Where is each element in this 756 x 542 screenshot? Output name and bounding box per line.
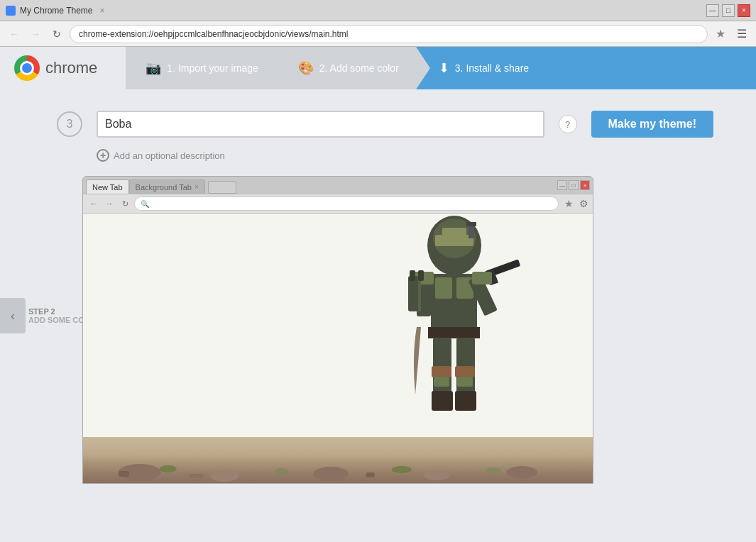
- browser-window: My Chrome Theme × — □ × ← → ↻ chrome-ext…: [0, 0, 756, 542]
- step3-header-row: 3 ? Make my theme!: [57, 111, 713, 138]
- svg-rect-27: [457, 377, 473, 387]
- title-bar: My Chrome Theme × — □ ×: [0, 0, 756, 21]
- menu-btn[interactable]: ☰: [733, 26, 750, 43]
- chevron-left-icon: ‹: [11, 309, 15, 323]
- bookmark-btn[interactable]: ★: [712, 26, 729, 43]
- back-btn[interactable]: ←: [6, 26, 23, 43]
- help-btn[interactable]: ?: [559, 115, 577, 133]
- steps-bar: chrome 📷 1. Import your image 🎨 2. Add s…: [0, 47, 756, 89]
- preview-bookmark-icon: ★: [561, 198, 576, 209]
- chrome-icon: [14, 55, 40, 81]
- tab-close-btn[interactable]: ×: [97, 6, 107, 16]
- preview-win-controls: — □ ×: [557, 180, 590, 190]
- svg-rect-7: [435, 277, 452, 299]
- minimize-btn[interactable]: —: [706, 4, 719, 17]
- preview-reload-btn: ↻: [119, 197, 131, 210]
- step3-label: 3. Install & share: [455, 62, 529, 74]
- step2-arrow: [416, 47, 430, 89]
- chrome-text: chrome: [45, 59, 97, 77]
- svg-point-38: [392, 466, 412, 473]
- step2-icon: 🎨: [298, 60, 314, 76]
- make-theme-label: Make my theme!: [608, 118, 697, 130]
- theme-name-input[interactable]: [97, 111, 544, 138]
- svg-rect-18: [432, 366, 451, 377]
- reload-btn[interactable]: ↻: [48, 26, 65, 43]
- svg-rect-33: [119, 471, 129, 477]
- preview-maximize-btn: □: [569, 180, 579, 190]
- svg-rect-5: [466, 222, 476, 226]
- divider-arrow: [111, 47, 126, 89]
- svg-rect-9: [428, 327, 480, 338]
- step2-label: 2. Add some color: [319, 62, 399, 74]
- preview-fwd-btn: →: [103, 197, 116, 210]
- svg-point-39: [486, 468, 501, 473]
- preview-tabs: New Tab Background Tab ×: [86, 177, 236, 194]
- tab-title: My Chrome Theme: [20, 6, 92, 16]
- preview-tab2-label: Background Tab: [136, 183, 192, 192]
- nav-bar: ← → ↻ chrome-extension://oehpjpccmlcalbe…: [0, 21, 756, 47]
- maximize-btn[interactable]: □: [722, 4, 735, 17]
- preview-back-btn: ←: [87, 197, 100, 210]
- svg-rect-26: [434, 377, 449, 387]
- svg-point-37: [274, 468, 288, 474]
- step1-arrow: [275, 47, 290, 89]
- new-tab-btn: [208, 181, 236, 194]
- chrome-logo: chrome: [0, 47, 111, 89]
- forward-btn[interactable]: →: [27, 26, 44, 43]
- add-description-label: Add an optional description: [114, 150, 225, 161]
- question-icon: ?: [565, 119, 570, 130]
- preview-search-icon: 🔍: [141, 200, 149, 208]
- svg-rect-23: [408, 276, 418, 311]
- svg-rect-34: [190, 474, 204, 478]
- address-bar[interactable]: chrome-extension://oehpjpccmlcalbenfhnac…: [70, 25, 708, 43]
- step3-icon: ⬇: [439, 60, 449, 76]
- svg-rect-24: [410, 270, 415, 281]
- svg-point-29: [211, 470, 239, 482]
- svg-rect-3: [442, 228, 466, 236]
- step1-label: 1. Import your image: [167, 62, 258, 74]
- step2-item[interactable]: 🎨 2. Add some color: [275, 47, 416, 89]
- preview-address-bar: 🔍: [134, 197, 559, 211]
- svg-point-32: [506, 466, 537, 479]
- address-text: chrome-extension://oehpjpccmlcalbenfhnac…: [79, 29, 349, 39]
- preview-tab-new: New Tab: [86, 179, 129, 194]
- step3-item[interactable]: ⬇ 3. Install & share: [416, 47, 756, 89]
- svg-point-30: [313, 467, 349, 481]
- svg-rect-35: [366, 472, 375, 477]
- preview-minimize-btn: —: [557, 180, 567, 190]
- svg-rect-2: [435, 235, 473, 246]
- preview-nav: ← → ↻ 🔍 ★ ⚙: [83, 194, 593, 214]
- preview-content: [83, 214, 593, 483]
- svg-rect-19: [455, 366, 475, 377]
- preview-wrench-icon: ⚙: [579, 198, 588, 209]
- step-number-badge: 3: [57, 111, 82, 137]
- preview-tab-close-icon: ×: [195, 183, 199, 191]
- svg-rect-12: [432, 391, 453, 411]
- step1-item[interactable]: 📷 1. Import your image: [126, 47, 275, 89]
- svg-rect-25: [418, 270, 424, 281]
- prev-step-btn[interactable]: ‹: [0, 298, 26, 333]
- add-circle-icon: +: [97, 149, 109, 162]
- step1-icon: 📷: [146, 60, 161, 76]
- favicon: [6, 6, 16, 16]
- svg-point-31: [424, 470, 450, 480]
- content-area: chrome 📷 1. Import your image 🎨 2. Add s…: [0, 47, 756, 542]
- preview-tab-bg: Background Tab ×: [129, 179, 205, 194]
- ground-area: [83, 437, 593, 483]
- preview-tab1-label: New Tab: [92, 183, 123, 192]
- preview-close-btn: ×: [580, 180, 590, 190]
- step-content: 3 ? Make my theme! + Add an optional des…: [43, 111, 713, 484]
- svg-rect-20: [472, 272, 492, 284]
- close-btn[interactable]: ×: [738, 4, 750, 17]
- add-description-row[interactable]: + Add an optional description: [97, 149, 713, 162]
- window-controls: — □ ×: [706, 4, 750, 17]
- page-body: ‹ STEP 2 ADD SOME COLOR 3 ? Make m: [0, 89, 756, 542]
- boba-figure: [380, 214, 536, 441]
- svg-rect-13: [455, 391, 476, 411]
- make-theme-button[interactable]: Make my theme!: [591, 111, 714, 138]
- preview-browser: New Tab Background Tab × — □ ×: [82, 176, 593, 484]
- preview-titlebar: New Tab Background Tab × — □ ×: [83, 177, 593, 194]
- svg-point-36: [160, 465, 177, 472]
